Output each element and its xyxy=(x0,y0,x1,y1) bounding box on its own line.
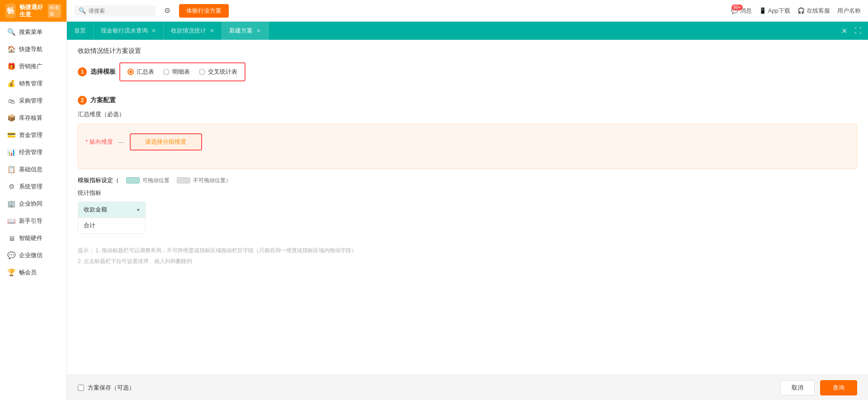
industry-btn[interactable]: 体验行业方案 xyxy=(179,4,229,18)
legend-not-draggable-label: 不可拖动位置） xyxy=(193,177,231,184)
config-section: 汇总维度（必选） * 纵向维度 — 请选择分组维度 模板指标设定（ xyxy=(78,110,857,266)
sidebar-item-operation[interactable]: 📊经营管理 xyxy=(0,144,66,161)
sidebar-item-search-menu[interactable]: 🔍搜索菜单 xyxy=(0,24,66,41)
sidebar-item-quick-nav[interactable]: 🏠快捷导航 xyxy=(0,41,66,58)
sidebar-item-capital[interactable]: 💳资金管理 xyxy=(0,127,66,144)
guide-icon: 📖 xyxy=(7,217,15,225)
tab-new-plan[interactable]: 新建方案✕ xyxy=(222,22,269,40)
corp-collab-icon: 🏢 xyxy=(7,200,15,208)
tab-close-bank-flow[interactable]: ✕ xyxy=(151,28,156,34)
system-label: 系统管理 xyxy=(19,183,42,191)
logo-icon: 畅 xyxy=(5,4,16,18)
member-icon: 🏆 xyxy=(7,268,15,277)
app-download-label: App下载 xyxy=(768,7,790,15)
corp-collab-label: 企业协同 xyxy=(19,200,42,208)
tab-close-receipt-stat[interactable]: ✕ xyxy=(210,28,214,34)
search-box[interactable]: 🔍 xyxy=(74,5,156,16)
vertical-label: * 纵向维度 xyxy=(85,138,113,146)
notification-badge: 99+ xyxy=(731,5,743,10)
draggable-box xyxy=(126,177,140,184)
sidebar-item-inventory[interactable]: 📦库存核算 xyxy=(0,109,66,127)
quick-nav-label: 快捷导航 xyxy=(19,45,42,53)
sidebar-item-system[interactable]: ⚙系统管理 xyxy=(0,178,66,195)
main-area: 🔍 ⚙ 体验行业方案 💬 99+ 消息 📱 App下载 🎧 在线客服 用 xyxy=(67,0,868,400)
step2-badge: 2 xyxy=(78,96,87,105)
smart-hw-icon: 🖥 xyxy=(7,234,15,242)
capital-label: 资金管理 xyxy=(19,131,42,139)
sidebar-item-guide[interactable]: 📖新手引导 xyxy=(0,212,66,230)
sidebar-tag: 标准版 xyxy=(48,4,61,18)
sidebar-item-basic-info[interactable]: 📋基础信息 xyxy=(0,161,66,178)
search-input[interactable] xyxy=(89,8,143,14)
settings-icon[interactable]: ⚙ xyxy=(161,5,174,17)
indicator-legend: 模板指标设定（ 可拖动位置 不可拖动位置） xyxy=(78,176,857,184)
guide-label: 新手引导 xyxy=(19,217,42,225)
maximize-btn[interactable]: ⛶ xyxy=(852,27,864,35)
radio-detail[interactable]: 明细表 xyxy=(163,68,190,76)
query-button[interactable]: 查询 xyxy=(820,380,857,395)
sidebar-item-member[interactable]: 🏆畅会员 xyxy=(0,264,66,281)
sidebar-item-smart-hw[interactable]: 🖥智能硬件 xyxy=(0,230,66,247)
step1-badge: 1 xyxy=(78,67,87,76)
page-container: 收款情况统计方案设置 1 选择模板 汇总表 明细表 xyxy=(67,40,868,375)
footer-save: 方案保存（可选） xyxy=(78,384,135,392)
radio-label-cross: 交叉统计表 xyxy=(208,68,237,76)
sidebar-logo: 畅 畅捷通好生意 标准版 xyxy=(0,0,66,22)
sidebar-item-sales[interactable]: 💰销售管理 xyxy=(0,75,66,92)
purchase-icon: 🛍 xyxy=(7,97,15,105)
indicator-tables: 统计指标 收款金额 ▾ 合计 xyxy=(78,189,857,235)
sidebar-item-marketing[interactable]: 🎁营销推广 xyxy=(0,58,66,75)
tips-section: 提示： 1. 拖动标题栏可以调整布局，不可跨维度或指标区域拖动栏目字段（只能在同… xyxy=(78,246,857,266)
indicator-group-label: 统计指标 xyxy=(78,189,857,197)
step1-section: 1 选择模板 汇总表 明细表 交叉统计表 xyxy=(78,62,857,87)
radio-label-detail: 明细表 xyxy=(172,68,190,76)
app-download-item[interactable]: 📱 App下载 xyxy=(759,7,790,15)
radio-cross[interactable]: 交叉统计表 xyxy=(199,68,237,76)
marketing-icon: 🎁 xyxy=(7,62,15,71)
basic-info-icon: 📋 xyxy=(7,165,15,174)
tab-close-new-plan[interactable]: ✕ xyxy=(256,28,261,34)
service-icon: 🎧 xyxy=(797,7,805,14)
purchase-label: 采购管理 xyxy=(19,97,42,105)
vertical-dimension-row: * 纵向维度 — 请选择分组维度 xyxy=(85,133,849,151)
content-area: 收款情况统计方案设置 1 选择模板 汇总表 明细表 xyxy=(67,40,868,400)
tab-home[interactable]: 首页 xyxy=(67,22,94,40)
indicator-table-header[interactable]: 收款金额 ▾ xyxy=(78,202,145,218)
close-window-btn[interactable]: ✕ xyxy=(839,27,850,35)
tabbar: 首页现金银行流水查询✕收款情况统计✕新建方案✕ ✕ ⛶ xyxy=(67,22,868,40)
sidebar-item-corp-collab[interactable]: 🏢企业协同 xyxy=(0,195,66,212)
dimension-area: * 纵向维度 — 请选择分组维度 xyxy=(78,124,857,169)
inventory-icon: 📦 xyxy=(7,114,15,122)
sidebar-item-purchase[interactable]: 🛍采购管理 xyxy=(0,92,66,109)
capital-icon: 💳 xyxy=(7,131,15,139)
user-name-item[interactable]: 用户名称 xyxy=(837,7,861,15)
footer-buttons: 取消 查询 xyxy=(780,380,857,395)
dimension-subtitle: 汇总维度（必选） xyxy=(78,110,857,118)
operation-label: 经营管理 xyxy=(19,148,42,156)
topbar: 🔍 ⚙ 体验行业方案 💬 99+ 消息 📱 App下载 🎧 在线客服 用 xyxy=(67,0,868,22)
topbar-right: 💬 99+ 消息 📱 App下载 🎧 在线客服 用户名称 xyxy=(731,7,861,15)
radio-circle-detail xyxy=(163,69,170,75)
sales-label: 销售管理 xyxy=(19,80,42,88)
tab-receipt-stat[interactable]: 收款情况统计✕ xyxy=(164,22,222,40)
app-icon: 📱 xyxy=(759,7,766,14)
online-service-item[interactable]: 🎧 在线客服 xyxy=(797,7,830,15)
member-label: 畅会员 xyxy=(19,268,37,277)
tab-label-new-plan: 新建方案 xyxy=(229,27,253,35)
legend-draggable-label: 可拖动位置 xyxy=(142,177,170,184)
marketing-label: 营销推广 xyxy=(19,62,42,71)
save-checkbox[interactable] xyxy=(78,385,84,391)
notification-item[interactable]: 💬 99+ 消息 xyxy=(731,7,752,15)
dimension-placeholder[interactable]: 请选择分组维度 xyxy=(130,133,202,151)
sidebar: 畅 畅捷通好生意 标准版 🔍搜索菜单🏠快捷导航🎁营销推广💰销售管理🛍采购管理📦库… xyxy=(0,0,67,400)
sidebar-item-corp-wechat[interactable]: 💬企业微信 xyxy=(0,247,66,264)
corp-wechat-label: 企业微信 xyxy=(19,251,42,259)
radio-label-summary: 汇总表 xyxy=(137,68,154,76)
legend-draggable: 可拖动位置 xyxy=(126,177,170,184)
tab-label-bank-flow: 现金银行流水查询 xyxy=(101,27,148,35)
radio-summary[interactable]: 汇总表 xyxy=(127,68,154,76)
search-menu-label: 搜索菜单 xyxy=(19,28,42,36)
step2-section: 2 方案配置 汇总维度（必选） * 纵向维度 — 请选择分组维度 xyxy=(78,96,857,267)
tab-bank-flow[interactable]: 现金银行流水查询✕ xyxy=(94,22,164,40)
cancel-button[interactable]: 取消 xyxy=(780,380,815,395)
